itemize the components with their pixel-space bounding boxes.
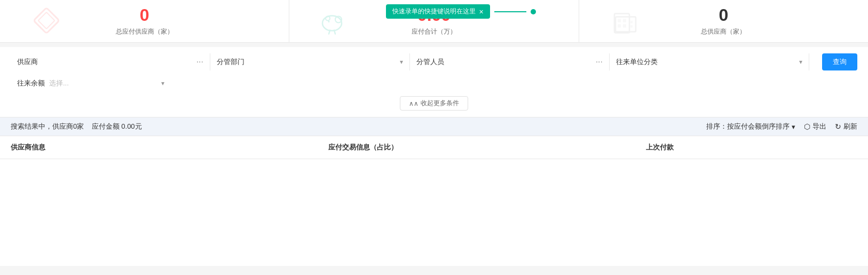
table-container: 供应商信息 应付交易信息（占比） 上次付款 — [0, 136, 868, 266]
svg-point-7 — [328, 21, 330, 22]
diamond-icon — [32, 6, 61, 36]
export-label: 导出 — [812, 122, 826, 131]
tooltip-dot — [531, 9, 536, 14]
piggy-icon — [316, 4, 348, 38]
query-button[interactable]: 查询 — [822, 53, 857, 70]
export-icon: ⬡ — [804, 122, 810, 131]
department-select[interactable]: ▾ — [249, 58, 403, 66]
balance-placeholder: 选择... — [49, 78, 159, 88]
unit-category-chevron-icon: ▾ — [799, 58, 802, 66]
sort-chevron-icon: ▾ — [792, 123, 795, 131]
department-label: 分管部门 — [217, 57, 244, 67]
result-amount: 应付金额 0.00元 — [92, 122, 142, 130]
balance-select[interactable]: 选择... ▾ — [49, 78, 164, 88]
total-suppliers-label: 总供应商（家） — [701, 27, 746, 36]
tooltip-line — [494, 11, 526, 12]
balance-chevron-icon: ▾ — [161, 80, 164, 87]
refresh-button[interactable]: ↻ 刷新 — [835, 122, 857, 131]
refresh-icon: ↻ — [835, 122, 841, 131]
svg-rect-1 — [38, 12, 54, 28]
filter-row-1: 供应商 ··· 分管部门 ▾ 分管人员 ··· 往来单位分类 ▾ — [11, 53, 857, 70]
table-body — [0, 159, 868, 266]
result-text: 搜索结果中，供应商0家 — [11, 122, 84, 130]
result-info: 搜索结果中，供应商0家 应付金额 0.00元 — [11, 122, 142, 131]
tooltip-container: 快速录单的快捷键说明在这里 × — [386, 4, 535, 19]
col-transaction-title: 应付交易信息（占比） — [328, 143, 398, 151]
payable-total-label: 应付合计（万） — [412, 27, 456, 36]
total-suppliers-number: 0 — [719, 6, 728, 25]
tooltip-close-btn[interactable]: × — [479, 7, 483, 16]
export-button[interactable]: ⬡ 导出 — [804, 122, 826, 131]
svg-rect-13 — [623, 24, 626, 27]
tooltip-bubble: 快速录单的快捷键说明在这里 × — [386, 4, 490, 19]
department-filter: 分管部门 ▾ — [210, 53, 410, 70]
col-transaction-header: 应付交易信息（占比） — [328, 143, 646, 152]
balance-filter: 往来余额 选择... ▾ — [11, 75, 171, 92]
collapse-up-icon: ∧∧ — [409, 100, 419, 107]
col-payment-header: 上次付款 — [646, 143, 858, 152]
svg-rect-11 — [623, 19, 626, 22]
unit-category-filter: 往来单位分类 ▾ — [610, 53, 809, 70]
collapse-label: 收起更多条件 — [421, 99, 459, 108]
payable-suppliers-stat: 0 总应付供应商（家） — [0, 0, 289, 42]
svg-rect-14 — [630, 21, 633, 23]
supplier-filter: 供应商 ··· — [11, 53, 210, 70]
result-bar: 搜索结果中，供应商0家 应付金额 0.00元 排序：按应付会额倒序排序 ▾ ⬡ … — [0, 117, 868, 136]
payable-suppliers-number: 0 — [140, 6, 149, 25]
svg-rect-0 — [34, 7, 59, 33]
tooltip-text: 快速录单的快捷键说明在这里 — [392, 7, 476, 16]
supplier-label: 供应商 — [17, 57, 38, 67]
unit-category-select[interactable]: ▾ — [662, 58, 802, 66]
payable-total-stat: 快速录单的快捷键说明在这里 × 0.00 应付合计（万） — [289, 0, 579, 42]
col-supplier-header: 供应商信息 — [11, 143, 328, 152]
stats-bar: 0 总应付供应商（家） 快速录单的快捷键说明在这里 × 0.00 应付合计（万） — [0, 0, 868, 43]
sort-label: 排序：按应付会额倒序排序 — [706, 122, 790, 131]
manager-filter: 分管人员 ··· — [410, 53, 610, 70]
manager-more-btn[interactable]: ··· — [596, 57, 603, 67]
filter-row-2: 往来余额 选择... ▾ — [11, 75, 857, 92]
department-chevron-icon: ▾ — [400, 58, 403, 66]
table-header: 供应商信息 应付交易信息（占比） 上次付款 — [0, 136, 868, 159]
sort-button[interactable]: 排序：按应付会额倒序排序 ▾ — [706, 122, 795, 131]
manager-label: 分管人员 — [416, 57, 444, 67]
building-icon — [611, 6, 640, 36]
refresh-label: 刷新 — [843, 122, 857, 131]
svg-rect-15 — [630, 25, 633, 27]
filter-bar: 供应商 ··· 分管部门 ▾ 分管人员 ··· 往来单位分类 ▾ — [0, 47, 868, 117]
collapse-row: ∧∧ 收起更多条件 — [11, 96, 857, 111]
unit-category-label: 往来单位分类 — [616, 57, 658, 67]
manager-input[interactable] — [448, 58, 596, 66]
svg-rect-12 — [618, 24, 621, 27]
balance-label: 往来余额 — [17, 78, 45, 88]
col-payment-title: 上次付款 — [646, 143, 674, 151]
result-actions: 排序：按应付会额倒序排序 ▾ ⬡ 导出 ↻ 刷新 — [706, 122, 857, 131]
svg-rect-10 — [618, 19, 621, 22]
col-supplier-title: 供应商信息 — [11, 143, 45, 151]
total-suppliers-stat: 0 总供应商（家） — [579, 0, 868, 42]
supplier-more-btn[interactable]: ··· — [196, 57, 203, 67]
collapse-button[interactable]: ∧∧ 收起更多条件 — [400, 96, 468, 111]
payable-suppliers-label: 总应付供应商（家） — [116, 27, 173, 36]
supplier-input[interactable] — [42, 58, 196, 66]
